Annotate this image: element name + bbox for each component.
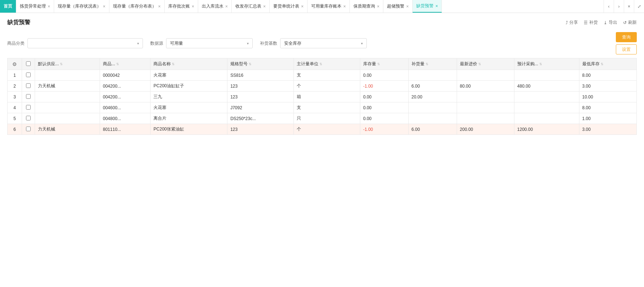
nav-tab-5[interactable]: 出入库流水 × bbox=[198, 0, 232, 13]
cell-estimated_purchase: 480.00 bbox=[514, 81, 579, 92]
table-row: 10000042火花塞SS816支0.008.00 bbox=[8, 70, 637, 81]
nav-tab-7[interactable]: 要货单统计表 × bbox=[270, 0, 308, 13]
datasource-select[interactable]: 可用量 ▾ bbox=[166, 38, 253, 48]
supplier-sort[interactable]: 默认供应... ⇅ bbox=[38, 61, 97, 67]
replenish-action[interactable]: ☰ 补货 bbox=[584, 19, 598, 26]
latest-price-column-header: 最新进价 ⇅ bbox=[457, 58, 514, 70]
share-action[interactable]: ⤴ 分享 bbox=[566, 19, 578, 26]
cell-latest_price: 80.00 bbox=[457, 81, 514, 92]
tab-close-7[interactable]: × bbox=[301, 4, 304, 9]
nav-tab-9[interactable]: 保质期查询 × bbox=[350, 0, 383, 13]
nav-tab-1[interactable]: 拣货异常处理 × bbox=[16, 0, 54, 13]
settings-button[interactable]: 设置 bbox=[616, 44, 637, 54]
nav-tab-8[interactable]: 可用量库存账本 × bbox=[308, 0, 350, 13]
fullscreen-button[interactable]: ⤢ bbox=[634, 0, 644, 13]
replenish-header-label: 补货量 bbox=[412, 61, 425, 67]
tab-close-4[interactable]: × bbox=[192, 4, 194, 9]
replenish-base-select[interactable]: 安全库存 ▾ bbox=[280, 38, 367, 48]
cell-latest_price bbox=[457, 113, 514, 124]
tab-close-1[interactable]: × bbox=[48, 4, 50, 9]
cell-replenish bbox=[408, 102, 457, 113]
cell-min_stock: 3.00 bbox=[579, 124, 636, 135]
category-filter: 商品分类 ▾ bbox=[7, 38, 143, 48]
tab-close-6[interactable]: × bbox=[263, 4, 266, 9]
spec-sort[interactable]: 规格型号 ⇅ bbox=[230, 61, 291, 67]
tab-close-2[interactable]: × bbox=[103, 4, 105, 9]
row-checkbox[interactable] bbox=[26, 94, 31, 99]
replenish-base-value: 安全库存 bbox=[284, 40, 301, 47]
tab-label-8: 可用量库存账本 bbox=[311, 3, 341, 9]
table-row: 2力天机械004200...PC200油缸缸子123个-1.006.0080.0… bbox=[8, 81, 637, 92]
query-button[interactable]: 查询 bbox=[616, 32, 637, 42]
tab-close-10[interactable]: × bbox=[406, 4, 409, 9]
refresh-action[interactable]: ↺ 刷新 bbox=[623, 19, 637, 26]
tab-close-9[interactable]: × bbox=[377, 4, 379, 9]
cell-spec: 123 bbox=[227, 81, 294, 92]
nav-arrows: ‹ › × ⤢ bbox=[604, 0, 644, 13]
cell-supplier bbox=[35, 70, 100, 81]
nav-tab-4[interactable]: 库存批次账 × bbox=[165, 0, 198, 13]
row-checkbox[interactable] bbox=[26, 116, 31, 120]
close-window-button[interactable]: × bbox=[624, 0, 634, 13]
stock-sort[interactable]: 库存量 ⇅ bbox=[363, 61, 405, 67]
header-actions: ⤴ 分享 ☰ 补货 ⤓ 导出 ↺ 刷新 bbox=[566, 19, 637, 26]
export-label: 导出 bbox=[609, 19, 617, 26]
code-sort-icon: ⇅ bbox=[116, 62, 119, 66]
category-chevron-icon: ▾ bbox=[137, 41, 139, 45]
tab-label-2: 现存量（库存状况表） bbox=[58, 3, 101, 9]
tab-label-5: 出入库流水 bbox=[202, 3, 223, 9]
min-stock-column-header: 最低库存 ⇅ bbox=[579, 58, 636, 70]
unit-sort[interactable]: 主计量单位 ⇅ bbox=[297, 61, 357, 67]
row-checkbox[interactable] bbox=[26, 127, 31, 131]
tab-close-11[interactable]: × bbox=[435, 4, 438, 9]
nav-tab-0[interactable]: 首页 bbox=[0, 0, 16, 13]
replenish-sort[interactable]: 补货量 ⇅ bbox=[412, 61, 454, 67]
unit-header-label: 主计量单位 bbox=[297, 61, 318, 67]
cell-latest_price bbox=[457, 102, 514, 113]
cell-code: 801110... bbox=[100, 124, 151, 135]
nav-tab-3[interactable]: 现存量（库存分布表） × bbox=[109, 0, 165, 13]
name-sort[interactable]: 商品名称 ⇅ bbox=[153, 61, 224, 67]
row-checkbox[interactable] bbox=[26, 72, 31, 77]
nav-tab-10[interactable]: 超储预警 × bbox=[383, 0, 413, 13]
estimated-purchase-sort[interactable]: 预计采购... ⇅ bbox=[517, 61, 576, 67]
row-checkbox[interactable] bbox=[26, 83, 31, 88]
min-stock-header-label: 最低库存 bbox=[582, 61, 600, 67]
category-select[interactable]: ▾ bbox=[27, 38, 143, 48]
tab-close-5[interactable]: × bbox=[225, 4, 228, 9]
nav-tab-2[interactable]: 现存量（库存状况表） × bbox=[54, 0, 109, 13]
next-tab-button[interactable]: › bbox=[614, 0, 624, 13]
cell-stock: -1.00 bbox=[360, 81, 408, 92]
row-checkbox-cell bbox=[22, 124, 35, 135]
table-row: 6力天机械801110...PC200张紧油缸123个-1.006.00200.… bbox=[8, 124, 637, 135]
export-action[interactable]: ⤓ 导出 bbox=[604, 19, 617, 26]
row-checkbox-cell bbox=[22, 70, 35, 81]
row-checkbox[interactable] bbox=[26, 105, 31, 110]
tab-close-8[interactable]: × bbox=[343, 4, 346, 9]
nav-tab-6[interactable]: 收发存汇总表 × bbox=[232, 0, 270, 13]
nav-tab-11[interactable]: 缺货预警 × bbox=[413, 0, 442, 13]
row-number: 6 bbox=[8, 124, 22, 135]
spec-column-header: 规格型号 ⇅ bbox=[227, 58, 294, 70]
min-stock-sort-icon: ⇅ bbox=[601, 62, 604, 66]
page-title: 缺货预警 bbox=[7, 19, 30, 26]
select-all-checkbox[interactable] bbox=[26, 61, 31, 66]
min-stock-sort[interactable]: 最低库存 ⇅ bbox=[582, 61, 634, 67]
tab-label-6: 收发存汇总表 bbox=[235, 3, 261, 9]
datasource-filter: 数据源 可用量 ▾ bbox=[150, 38, 253, 48]
tab-label-11: 缺货预警 bbox=[416, 3, 434, 9]
cell-name: PC200张紧油缸 bbox=[151, 124, 227, 135]
cell-supplier: 力天机械 bbox=[35, 81, 100, 92]
cell-estimated_purchase bbox=[514, 92, 579, 102]
latest-price-sort[interactable]: 最新进价 ⇅ bbox=[460, 61, 511, 67]
code-sort[interactable]: 商品... ⇅ bbox=[103, 61, 147, 67]
prev-tab-button[interactable]: ‹ bbox=[604, 0, 614, 13]
gear-icon[interactable]: ⚙ bbox=[12, 61, 17, 67]
cell-spec: DS250*23c... bbox=[227, 113, 294, 124]
tab-close-3[interactable]: × bbox=[158, 4, 161, 9]
cell-replenish: 6.00 bbox=[408, 81, 457, 92]
top-navigation: 首页拣货异常处理 ×现存量（库存状况表） ×现存量（库存分布表） ×库存批次账 … bbox=[0, 0, 644, 13]
tab-label-4: 库存批次账 bbox=[168, 3, 190, 9]
table-row: 5004800...离合片DS250*23c...只0.001.00 bbox=[8, 113, 637, 124]
cell-name: PC200油缸缸子 bbox=[151, 81, 227, 92]
